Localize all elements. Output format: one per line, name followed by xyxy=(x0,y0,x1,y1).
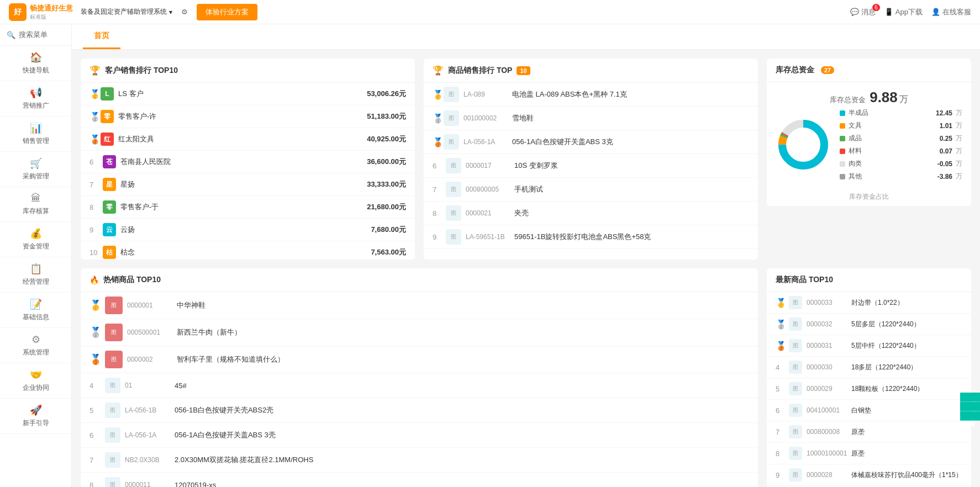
try-plan-button[interactable]: 体验行业方案 xyxy=(197,4,257,20)
search-menu-button[interactable]: 🔍 搜索菜单 xyxy=(0,24,71,46)
legend-color xyxy=(840,161,845,167)
inventory-subtitle: 库存资金占比 xyxy=(767,190,971,206)
rank-number: 4 xyxy=(776,363,789,372)
product-name: 5层多层（1220*2440） xyxy=(851,320,962,329)
sidebar-item-purchase[interactable]: 🛒 采购管理 xyxy=(0,152,71,187)
gear-icon[interactable]: ⚙ xyxy=(177,4,192,20)
sidebar-item-finance[interactable]: 💰 资金管理 xyxy=(0,222,71,257)
medal-icon: 🥇 xyxy=(433,89,444,100)
product-ranking-header: 🏆 商品销售排行 TOP 10 xyxy=(424,59,758,83)
medal-icon: 🥇 xyxy=(776,298,789,308)
sidebar-item-guide[interactable]: 🚀 新手引导 xyxy=(0,399,71,434)
product-code: 0000011 xyxy=(125,481,175,487)
sidebar-item-basic-info[interactable]: 📝 基础信息 xyxy=(0,293,71,328)
table-row: 🥉 图 LA-056-1A 056-1A白色按键开关盖ABS 3克 xyxy=(424,130,758,154)
product-code: LA-056-1A xyxy=(125,431,175,439)
legend-value: 12.45 xyxy=(936,109,952,117)
product-name: 夹壳 xyxy=(514,208,749,218)
legend-item: 肉类 -0.05 万 xyxy=(840,159,962,168)
rank-number: 9 xyxy=(89,226,103,234)
operations-icon: 📋 xyxy=(30,263,42,275)
sidebar-item-enterprise[interactable]: 🤝 企业协同 xyxy=(0,363,71,399)
product-image: 图 xyxy=(444,134,459,150)
product-name: 5层中纤（1220*2440） xyxy=(851,341,962,351)
newest-products-list: 🥇 图 0000033 封边带（1.0*22） 🥈 图 0000032 5层多层… xyxy=(767,292,971,487)
message-button[interactable]: 💬 消息 6 xyxy=(850,7,876,17)
donut-container: 半成品 12.45 万 文具 1.01 万 成品 0.25 万 材料 0.07 … xyxy=(767,108,971,190)
product-name: 18颗粒板（1220*2440） xyxy=(851,384,962,394)
avatar: 云 xyxy=(103,223,116,236)
donut-chart xyxy=(776,117,831,172)
product-name: 原垄 xyxy=(851,427,962,437)
inventory-total: 库存总资金 9.88 万 xyxy=(767,82,971,108)
legend-label: 成品 xyxy=(849,134,936,143)
product-image: 图 xyxy=(789,339,802,352)
live-broadcast-button[interactable]: 直播 xyxy=(960,411,980,421)
list-item: 🥈 图 000500001 新西兰牛肉（新牛） xyxy=(81,319,758,346)
avatar: 零 xyxy=(101,110,114,123)
rank-number: 7 xyxy=(89,456,105,464)
product-image: 图 xyxy=(105,378,120,393)
product-code: 0000028 xyxy=(807,471,848,479)
medal-icon: 🥉 xyxy=(433,137,444,147)
sales-icon: 📊 xyxy=(30,122,42,134)
medal-gold-icon: 🥇 xyxy=(89,299,105,311)
product-code: 0000001 xyxy=(127,301,177,309)
legend-unit: 万 xyxy=(956,108,962,118)
product-code: 0000002 xyxy=(127,356,177,363)
chevron-down-icon: ▾ xyxy=(169,8,172,16)
product-image: 图 xyxy=(105,403,120,418)
legend-color xyxy=(840,174,845,179)
customer-name: 星扬 xyxy=(120,179,367,189)
rank-number: 9 xyxy=(433,233,446,241)
sidebar: 🔍 搜索菜单 🏠 快捷导航 📢 营销推广 📊 销售管理 🛒 采购管理 🏛 库存核… xyxy=(0,24,72,487)
app-download-button[interactable]: 📱 App下载 xyxy=(884,7,923,17)
sidebar-item-inventory[interactable]: 🏛 库存核算 xyxy=(0,187,71,222)
customer-name: LS 客户 xyxy=(118,89,367,99)
product-name: 59651-1B旋转投影灯电池盒ABS黑色+58克 xyxy=(514,232,749,242)
legend-label: 其他 xyxy=(849,172,934,181)
rank-number: 7 xyxy=(89,181,103,189)
customer-service-button[interactable]: 客服热线 xyxy=(960,393,980,402)
inventory-card: 库存总资金 27 库存总资金 9.88 万 xyxy=(767,59,971,206)
legend-unit: 万 xyxy=(956,121,962,130)
product-name: 新西兰牛肉（新牛） xyxy=(177,327,241,337)
sidebar-item-operations[interactable]: 📋 经营管理 xyxy=(0,257,71,293)
avatar: 零 xyxy=(103,200,116,214)
product-name: 056-1A白色按键开关盖ABS 3克 xyxy=(512,137,749,147)
rank-number: 6 xyxy=(776,406,789,415)
legend-value: 0.07 xyxy=(940,147,952,155)
legend-label: 文具 xyxy=(849,121,936,130)
sidebar-item-sales[interactable]: 📊 销售管理 xyxy=(0,117,71,152)
product-code: 001000002 xyxy=(463,114,508,122)
rank-number: 6 xyxy=(89,158,103,166)
home-tab[interactable]: 首页 xyxy=(83,24,120,49)
sidebar-item-marketing[interactable]: 📢 营销推广 xyxy=(0,81,71,117)
customer-value: 40,925.00元 xyxy=(367,134,406,144)
enterprise-icon: 🤝 xyxy=(30,369,42,381)
product-name: 056-1B白色按键开关壳ABS2壳 xyxy=(175,405,273,415)
sidebar-item-nav[interactable]: 🏠 快捷导航 xyxy=(0,46,71,81)
product-code: 000800008 xyxy=(807,428,848,436)
product-name: 体械嘉枝味苏打饮品400毫升（1*15） xyxy=(851,470,962,480)
service-community-button[interactable]: 服务社区 xyxy=(960,402,980,411)
customer-value: 36,600.00元 xyxy=(367,157,406,167)
list-item: 5 图 0000029 18颗粒板（1220*2440） xyxy=(767,378,971,400)
legend-label: 材料 xyxy=(849,146,936,156)
topbar-center: 装备及固定资产辅助管理系统 ▾ ⚙ 体验行业方案 xyxy=(81,4,850,20)
page-nav: 首页 xyxy=(72,24,980,50)
product-image: 图 xyxy=(789,468,802,481)
product-code: LA-056-1B xyxy=(125,406,175,414)
product-code: 0000030 xyxy=(807,363,848,371)
avatar: 枯 xyxy=(103,246,116,259)
customer-name: 红太阳文具 xyxy=(118,134,367,144)
product-image: 图 xyxy=(446,205,461,221)
medal-bronze-icon: 🥉 xyxy=(89,353,105,366)
online-service-button[interactable]: 👤 在线客服 xyxy=(931,7,971,17)
system-select[interactable]: 装备及固定资产辅助管理系统 ▾ xyxy=(81,7,172,17)
legend-value: 0.25 xyxy=(940,135,952,142)
sidebar-item-system[interactable]: ⚙ 系统管理 xyxy=(0,328,71,363)
medal-silver-icon: 🥈 xyxy=(89,326,105,338)
product-ranking-card: 🏆 商品销售排行 TOP 10 🥇 图 LA-089 电池盖 LA-089 AB… xyxy=(424,59,758,260)
product-code: LA-056-1A xyxy=(463,138,508,146)
